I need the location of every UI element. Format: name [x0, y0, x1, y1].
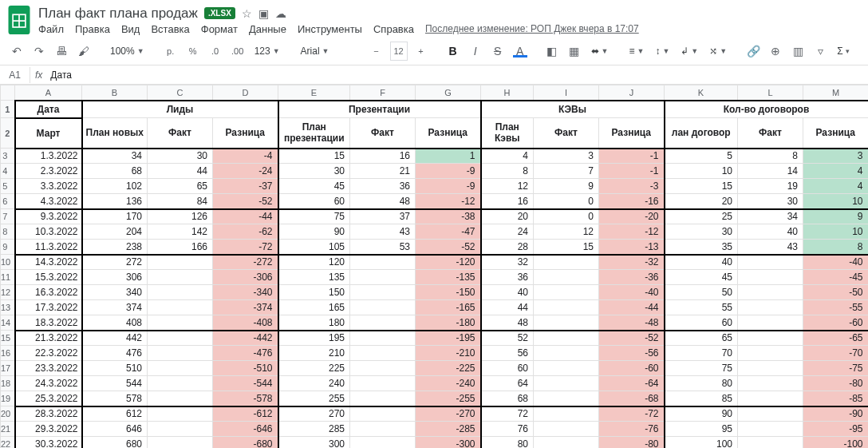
cell[interactable]: [148, 346, 213, 361]
menu-view[interactable]: Вид: [121, 23, 140, 35]
cell[interactable]: 36: [350, 179, 416, 194]
row-header[interactable]: 19: [1, 391, 15, 406]
cell[interactable]: [350, 422, 416, 437]
row-header[interactable]: 7: [1, 209, 15, 224]
strike-button[interactable]: S: [489, 42, 507, 61]
cell[interactable]: -90: [803, 406, 869, 422]
cell[interactable]: 20: [665, 194, 738, 209]
italic-button[interactable]: I: [467, 42, 484, 61]
cell[interactable]: -80: [599, 437, 665, 449]
row-header[interactable]: 5: [1, 179, 15, 194]
cell[interactable]: 32: [481, 255, 534, 270]
cell[interactable]: 35: [665, 240, 738, 255]
cell[interactable]: -75: [803, 361, 869, 376]
cell[interactable]: 170: [82, 209, 148, 224]
cell[interactable]: -40: [803, 255, 869, 270]
cell[interactable]: 48: [481, 315, 534, 331]
cell[interactable]: -646: [213, 422, 278, 437]
cell[interactable]: Дата: [15, 101, 82, 118]
cell[interactable]: 52: [481, 331, 534, 346]
cell[interactable]: -45: [803, 270, 869, 285]
cell[interactable]: 56: [481, 346, 534, 361]
col-header[interactable]: I: [534, 85, 599, 101]
cell[interactable]: 28: [481, 240, 534, 255]
cell[interactable]: -612: [213, 406, 278, 422]
cell[interactable]: [738, 315, 803, 331]
cell[interactable]: -476: [213, 346, 278, 361]
cell[interactable]: [738, 437, 803, 449]
cell[interactable]: 85: [665, 391, 738, 406]
print-icon[interactable]: 🖶: [53, 42, 70, 61]
cell[interactable]: 100: [665, 437, 738, 449]
bold-button[interactable]: B: [444, 42, 462, 61]
cell[interactable]: 285: [278, 422, 350, 437]
col-header[interactable]: A: [15, 85, 82, 101]
cell[interactable]: -3: [599, 179, 665, 194]
cell[interactable]: 8: [481, 164, 534, 179]
cell[interactable]: [350, 331, 416, 346]
cell[interactable]: -56: [599, 346, 665, 361]
menu-help[interactable]: Справка: [373, 23, 414, 35]
cell[interactable]: -40: [599, 285, 665, 300]
star-icon[interactable]: ☆: [242, 7, 252, 20]
cell[interactable]: -285: [416, 422, 481, 437]
cell[interactable]: КЭВы: [481, 101, 665, 118]
cell[interactable]: [738, 422, 803, 437]
undo-icon[interactable]: ↶: [8, 42, 26, 61]
cell[interactable]: 28.3.2022: [15, 406, 82, 422]
cell[interactable]: [534, 285, 599, 300]
cell[interactable]: -408: [213, 315, 278, 331]
currency-format-button[interactable]: р.: [162, 42, 180, 61]
cell[interactable]: [148, 300, 213, 315]
row-header[interactable]: 8: [1, 224, 15, 240]
cell[interactable]: Кол-во договоров: [665, 101, 869, 118]
cell[interactable]: -80: [803, 376, 869, 391]
cell[interactable]: 476: [82, 346, 148, 361]
cell[interactable]: 9: [803, 209, 869, 224]
cell[interactable]: -255: [416, 391, 481, 406]
col-header[interactable]: M: [803, 85, 869, 101]
cell[interactable]: -12: [416, 194, 481, 209]
cell[interactable]: 40: [665, 255, 738, 270]
cell[interactable]: 21.3.2022: [15, 331, 82, 346]
row-header[interactable]: 22: [1, 437, 15, 449]
cell[interactable]: -68: [599, 391, 665, 406]
cell[interactable]: 15: [534, 240, 599, 255]
cell[interactable]: -70: [803, 346, 869, 361]
cell[interactable]: 204: [82, 224, 148, 240]
cell[interactable]: [534, 406, 599, 422]
cell[interactable]: -270: [416, 406, 481, 422]
cell[interactable]: 48: [350, 194, 416, 209]
cell[interactable]: 76: [481, 422, 534, 437]
cell[interactable]: Разница: [599, 118, 665, 149]
cell[interactable]: -442: [213, 331, 278, 346]
cell[interactable]: -36: [599, 270, 665, 285]
cell[interactable]: -374: [213, 300, 278, 315]
cell[interactable]: [350, 437, 416, 449]
cell[interactable]: -150: [416, 285, 481, 300]
cell[interactable]: 64: [481, 376, 534, 391]
cell[interactable]: 3: [534, 149, 599, 164]
cell[interactable]: 70: [665, 346, 738, 361]
cell[interactable]: 102: [82, 179, 148, 194]
cell[interactable]: 120: [278, 255, 350, 270]
cell[interactable]: 16: [350, 149, 416, 164]
cell[interactable]: 544: [82, 376, 148, 391]
col-header[interactable]: H: [481, 85, 534, 101]
formula-input[interactable]: [47, 67, 868, 83]
cell[interactable]: 84: [148, 194, 213, 209]
cell[interactable]: -9: [416, 179, 481, 194]
cell[interactable]: 166: [148, 240, 213, 255]
filter-icon[interactable]: ▿: [811, 42, 829, 61]
doc-title[interactable]: План факт плана продаж: [38, 6, 198, 22]
cell[interactable]: [350, 315, 416, 331]
cell[interactable]: 0: [534, 209, 599, 224]
cell[interactable]: Разница: [803, 118, 869, 149]
cell[interactable]: -37: [213, 179, 278, 194]
cell[interactable]: [738, 346, 803, 361]
cell[interactable]: -32: [599, 255, 665, 270]
cell[interactable]: [738, 300, 803, 315]
cell[interactable]: 15.3.2022: [15, 270, 82, 285]
name-box[interactable]: A1: [0, 67, 30, 83]
cell[interactable]: -62: [213, 224, 278, 240]
